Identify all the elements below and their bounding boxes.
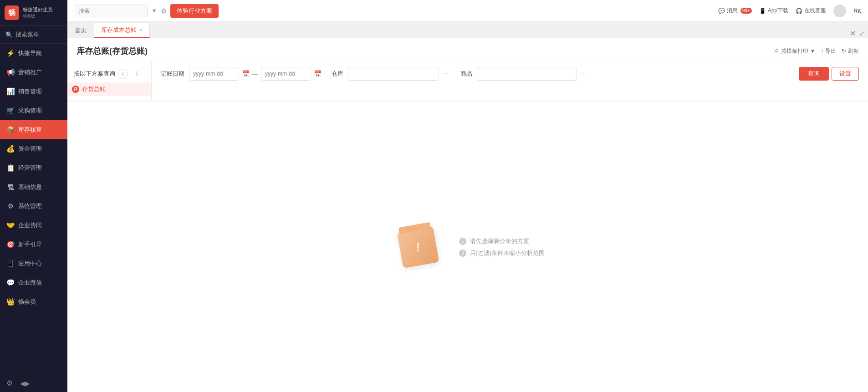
sidebar-item-operations[interactable]: 📋 经营管理 xyxy=(0,158,67,178)
cooperation-icon: 🤝 xyxy=(6,221,15,229)
sidebar-nav: ⚡ 快捷导航 📢 营销推广 📊 销售管理 🛒 采购管理 📦 库存核算 💰 资金管… xyxy=(0,44,67,374)
message-badge: 99+ xyxy=(740,8,752,14)
sidebar-item-label: 应用中心 xyxy=(18,260,42,268)
app-name: 畅捷通好生意 xyxy=(23,6,53,13)
sidebar-item-finance[interactable]: 💰 资金管理 xyxy=(0,139,67,158)
date-start-input[interactable] xyxy=(189,67,239,81)
export-button[interactable]: ↑ 导出 xyxy=(821,47,836,55)
warehouse-input[interactable] xyxy=(348,67,439,81)
settings-gear-icon[interactable]: ⚙ xyxy=(6,379,13,387)
online-support-label: 在线客服 xyxy=(804,7,826,15)
page-title: 库存总账(存货总账) xyxy=(77,46,148,56)
topbar-right: 💬 消息 99+ 📱 App下载 🎧 在线客服 Rit xyxy=(718,5,861,17)
print-dropdown-icon[interactable]: ▼ xyxy=(810,48,815,54)
export-icon: ↑ xyxy=(821,48,823,54)
phone-icon: 📱 xyxy=(759,8,766,14)
empty-step-1: 1 请先选择要分析的方案 xyxy=(459,237,544,245)
search-button[interactable]: 查询 xyxy=(799,67,829,81)
sidebar-bottom: ⚙ ◀▶ xyxy=(0,374,67,392)
newbie-icon: 🎯 xyxy=(6,240,15,249)
sidebar: 畅 畅捷通好生意 标准版 🔍 搜索菜单 ⚡ 快捷导航 📢 营销推广 📊 销售管理… xyxy=(0,0,67,392)
panel-close-icon[interactable]: ✕ xyxy=(850,29,856,38)
goods-label: 商品 xyxy=(460,70,472,78)
sidebar-item-sales[interactable]: 📊 销售管理 xyxy=(0,82,67,101)
sidebar-item-quick-nav[interactable]: ⚡ 快捷导航 xyxy=(0,44,67,63)
scheme-item-label: 存货总账 xyxy=(82,85,106,93)
topbar: ▼ ⚙ 体验行业方案 💬 消息 99+ 📱 App下载 🎧 在线客服 Rit xyxy=(67,0,868,22)
app-download-button[interactable]: 📱 App下载 xyxy=(759,7,788,15)
sidebar-item-wechat[interactable]: 💬 企业微信 xyxy=(0,273,67,292)
member-icon: 👑 xyxy=(6,298,15,306)
refresh-button[interactable]: ↻ 刷新 xyxy=(842,47,859,55)
topbar-dropdown-icon[interactable]: ▼ xyxy=(151,7,157,14)
purchase-icon: 🛒 xyxy=(6,107,15,115)
goods-more-icon[interactable]: ··· xyxy=(579,70,588,78)
print-icon: 🖨 xyxy=(774,48,779,54)
sidebar-item-inventory[interactable]: 📦 库存核算 xyxy=(0,120,67,139)
filter-collapse-button[interactable]: 《 xyxy=(131,69,141,79)
box-illustration xyxy=(397,226,439,268)
sidebar-item-purchase[interactable]: 🛒 采购管理 xyxy=(0,101,67,120)
logo-icon: 畅 xyxy=(5,5,19,20)
warehouse-more-icon[interactable]: ··· xyxy=(441,70,450,78)
sidebar-item-apps[interactable]: 📱 应用中心 xyxy=(0,254,67,273)
filter-row-1: 记账日期 📅 — 📅 仓库 ··· 商品 xyxy=(161,67,859,81)
sidebar-toggle-icon[interactable]: ◀▶ xyxy=(20,380,30,387)
scheme-item-inventory[interactable]: 存 存货总账 xyxy=(67,82,151,96)
goods-input[interactable] xyxy=(477,67,577,81)
system-icon: ⚙ xyxy=(6,202,15,210)
sidebar-item-label: 经营管理 xyxy=(18,164,42,172)
main-content: ▼ ⚙ 体验行业方案 💬 消息 99+ 📱 App下载 🎧 在线客服 Rit xyxy=(67,0,868,392)
sidebar-item-label: 企业微信 xyxy=(18,279,42,287)
date-separator: — xyxy=(252,71,258,77)
page-header: 库存总账(存货总账) 🖨 按模板打印 ▼ ↑ 导出 ↻ 刷新 xyxy=(67,38,868,62)
sidebar-item-label: 新手引导 xyxy=(18,240,42,249)
headset-icon: 🎧 xyxy=(796,8,802,14)
topbar-settings-icon[interactable]: ⚙ xyxy=(161,7,167,15)
operations-icon: 📋 xyxy=(6,164,15,172)
topbar-left: ▼ ⚙ 体验行业方案 xyxy=(75,4,714,18)
sidebar-search[interactable]: 🔍 搜索菜单 xyxy=(0,26,67,44)
sidebar-item-system[interactable]: ⚙ 系统管理 xyxy=(0,197,67,216)
sidebar-item-label: 基础信息 xyxy=(18,183,42,191)
date-end-input[interactable] xyxy=(261,67,311,81)
settings-button[interactable]: 设置 xyxy=(832,67,859,81)
scheme-panel: 按以下方案查询 + 《 存 存货总账 xyxy=(67,62,152,101)
sidebar-item-label: 采购管理 xyxy=(18,107,42,115)
calendar-end-icon[interactable]: 📅 xyxy=(314,70,322,77)
app-logo: 畅 畅捷通好生意 标准版 xyxy=(0,0,67,26)
sidebar-item-newbie[interactable]: 🎯 新手引导 xyxy=(0,235,67,254)
print-button[interactable]: 🖨 按模板打印 ▼ xyxy=(774,47,815,55)
refresh-icon: ↻ xyxy=(842,48,846,54)
message-label: 消息 xyxy=(727,7,738,15)
tab-close-icon[interactable]: × xyxy=(139,27,142,33)
apps-icon: 📱 xyxy=(6,260,15,268)
online-support-button[interactable]: 🎧 在线客服 xyxy=(796,7,826,15)
page-actions: 🖨 按模板打印 ▼ ↑ 导出 ↻ 刷新 xyxy=(774,47,859,55)
finance-icon: 💰 xyxy=(6,145,15,153)
search-fields: 记账日期 📅 — 📅 仓库 ··· 商品 xyxy=(152,62,868,101)
user-avatar[interactable] xyxy=(833,5,846,17)
sidebar-item-member[interactable]: 👑 畅会员 xyxy=(0,292,67,311)
industry-solution-button[interactable]: 体验行业方案 xyxy=(170,4,219,18)
tab-inventory-ledger-label: 库存成本总账 xyxy=(101,26,137,34)
sales-icon: 📊 xyxy=(6,87,15,96)
empty-illustration xyxy=(391,220,445,275)
tab-panel-actions: ✕ ⤢ xyxy=(850,29,868,38)
filter-add-button[interactable]: + xyxy=(118,69,128,79)
calendar-start-icon[interactable]: 📅 xyxy=(242,70,250,77)
empty-step-2: 2 用[过滤]条件来缩小分析范围 xyxy=(459,249,544,257)
empty-step-1-text: 请先选择要分析的方案 xyxy=(470,237,529,245)
topbar-search-input[interactable] xyxy=(75,5,148,17)
search-icon: 🔍 xyxy=(5,31,13,38)
sidebar-item-basic[interactable]: 🏗 基础信息 xyxy=(0,178,67,197)
basic-icon: 🏗 xyxy=(6,183,15,191)
message-button[interactable]: 💬 消息 99+ xyxy=(718,7,752,15)
sidebar-item-marketing[interactable]: 📢 营销推广 xyxy=(0,63,67,82)
tab-inventory-ledger[interactable]: 库存成本总账 × xyxy=(94,23,150,38)
sidebar-item-cooperation[interactable]: 🤝 企业协同 xyxy=(0,216,67,235)
panel-expand-icon[interactable]: ⤢ xyxy=(859,30,864,37)
empty-state: 1 请先选择要分析的方案 2 用[过滤]条件来缩小分析范围 xyxy=(67,102,868,392)
inventory-icon: 📦 xyxy=(6,126,15,134)
tab-home[interactable]: 首页 xyxy=(67,23,94,38)
